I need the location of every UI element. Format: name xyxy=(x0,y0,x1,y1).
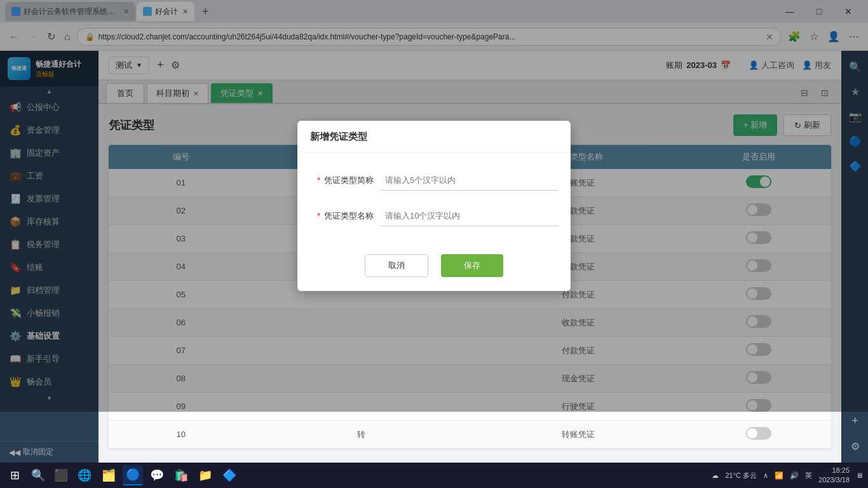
form-row-short: * 凭证类型简称 xyxy=(310,170,558,191)
tray-temp: 21°C 多云 xyxy=(725,471,757,480)
label-name-text: 凭证类型名称 xyxy=(324,211,374,220)
toggle-knob xyxy=(747,428,757,438)
taskbar-tray: ☁ 21°C 多云 ∧ 📶 🔊 英 18:25 2023/3/18 🖥 xyxy=(712,466,863,485)
taskbar-clock: 18:25 2023/3/18 xyxy=(818,466,850,485)
cancel-fixed-label: 取消固定 xyxy=(23,447,53,458)
modal-footer: 取消 保存 xyxy=(297,247,571,291)
task-view-button[interactable]: ⬛ xyxy=(51,466,71,485)
toggle-off[interactable] xyxy=(746,427,771,440)
taskbar-app-wechat[interactable]: 💬 xyxy=(147,465,167,485)
taskbar-app-edge[interactable]: 🔵 xyxy=(123,465,143,485)
taskbar: ⊞ 🔍 ⬛ 🌐 🗂️ 🔵 💬 🛍️ 📁 🔷 ☁ 21°C 多云 ∧ 📶 🔊 英 … xyxy=(0,463,868,488)
start-button[interactable]: ⊞ xyxy=(5,466,25,485)
modal-save-button[interactable]: 保存 xyxy=(441,254,503,277)
tray-notification[interactable]: 🖥 xyxy=(856,471,863,479)
tray-chevron[interactable]: ∧ xyxy=(763,471,768,480)
taskbar-app-explorer[interactable]: 🗂️ xyxy=(98,465,119,485)
modal-overlay: 新增凭证类型 * 凭证类型简称 * 凭证类型名称 取消 保存 xyxy=(0,0,868,412)
sidebar-cancel-fixed[interactable]: ◀◀ 取消固定 xyxy=(0,441,98,463)
voucher-short-input[interactable] xyxy=(380,170,558,191)
cell-name: 转账凭证 xyxy=(470,421,686,449)
required-star: * xyxy=(317,175,320,185)
taskbar-app-store[interactable]: 🛍️ xyxy=(171,465,191,485)
form-label-short: * 凭证类型简称 xyxy=(310,175,380,186)
taskbar-app-browser2[interactable]: 🔷 xyxy=(219,465,240,485)
modal-cancel-button[interactable]: 取消 xyxy=(365,254,428,277)
modal-dialog: 新增凭证类型 * 凭证类型简称 * 凭证类型名称 取消 保存 xyxy=(297,121,571,291)
cell-short: 转 xyxy=(253,421,470,449)
modal-body: * 凭证类型简称 * 凭证类型名称 xyxy=(297,152,571,247)
label-short-text: 凭证类型简称 xyxy=(324,175,374,185)
modal-header: 新增凭证类型 xyxy=(297,121,571,152)
voucher-name-input[interactable] xyxy=(380,206,558,226)
cell-toggle[interactable] xyxy=(687,421,831,449)
table-row: 10 转 转账凭证 xyxy=(109,421,831,449)
required-star-2: * xyxy=(317,211,320,220)
right-panel-gear[interactable]: ⚙ xyxy=(844,435,867,458)
tray-weather: ☁ xyxy=(712,471,719,480)
form-row-name: * 凭证类型名称 xyxy=(310,206,558,226)
right-panel-add[interactable]: + xyxy=(844,409,867,433)
taskbar-app-chrome[interactable]: 🌐 xyxy=(74,465,95,485)
clock-time: 18:25 xyxy=(818,466,850,475)
cancel-fixed-icon: ◀◀ xyxy=(9,448,20,457)
search-taskbar-button[interactable]: 🔍 xyxy=(29,466,48,485)
cell-code: 10 xyxy=(109,421,253,449)
form-label-name: * 凭证类型名称 xyxy=(310,210,380,222)
taskbar-app-files[interactable]: 📁 xyxy=(195,465,215,485)
clock-date: 2023/3/18 xyxy=(818,475,850,485)
tray-lang: 英 xyxy=(805,471,812,480)
modal-title: 新增凭证类型 xyxy=(310,131,367,142)
tray-wifi: 📶 xyxy=(775,471,783,480)
tray-volume: 🔊 xyxy=(790,471,799,480)
